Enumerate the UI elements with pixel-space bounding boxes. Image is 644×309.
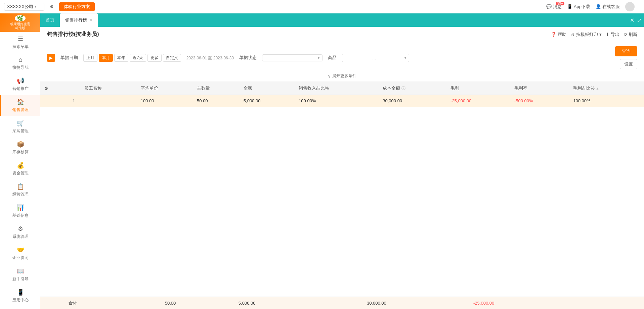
sidebar-item-app-center[interactable]: 📱 应用中心 xyxy=(0,285,40,306)
sidebar-label-quick-nav: 快捷导航 xyxy=(12,65,29,70)
profit-pct-sort-icon: ▲ xyxy=(596,87,599,90)
message-button[interactable]: 💬 消息 99+ xyxy=(546,4,562,10)
app-icon: 📱 xyxy=(567,4,572,9)
col-qty: 主数量 xyxy=(193,82,240,95)
enterprise-icon: 🤝 xyxy=(17,246,24,254)
sidebar-item-marketing[interactable]: 📢 营销推广 xyxy=(0,74,40,95)
content-area: 首页 销售排行榜 ✕ ✕ ⤢ 销售排行榜(按业务员) ❓ 帮助 xyxy=(40,13,644,309)
export-icon: ⬇ xyxy=(606,32,609,37)
online-service-button[interactable]: 👤 在线客服 xyxy=(596,4,620,10)
logo-icon: 🌿 xyxy=(15,15,26,21)
date-btn-last-month[interactable]: 上月 xyxy=(83,54,97,62)
export-label: 导出 xyxy=(611,32,619,38)
row-sales-pct: 100.00% xyxy=(295,95,379,107)
app-download-button[interactable]: 📱 App下载 xyxy=(567,4,590,10)
footer-avg-price xyxy=(130,297,161,309)
page-title: 销售排行榜(按业务员) xyxy=(47,31,99,38)
date-btn-more[interactable]: 更多 xyxy=(147,54,162,62)
table-row: 1 100.00 50.00 5,000.00 100.00% 30,000.0… xyxy=(40,95,644,107)
col-rank xyxy=(67,82,80,95)
sidebar-item-quick-nav[interactable]: ⌂ 快捷导航 xyxy=(0,53,40,74)
expand-label: 展开更多条件 xyxy=(332,73,356,79)
filter-right-actions: 查询 设置 xyxy=(615,46,637,69)
sidebar-label-basic-info: 基础信息 xyxy=(12,213,29,218)
guide-icon: 📖 xyxy=(17,267,24,275)
col-settings[interactable]: ⚙ xyxy=(40,82,67,95)
footer-profit: -25,000.00 xyxy=(469,297,582,309)
expand-chevron-icon: ∨ xyxy=(328,74,331,79)
help-icon: ❓ xyxy=(551,32,556,37)
sidebar-item-guide[interactable]: 📖 新手引导 xyxy=(0,264,40,285)
search-order-icon: ☰ xyxy=(18,35,23,43)
date-btn-custom[interactable]: 自定义 xyxy=(163,54,181,62)
sidebar-item-operations[interactable]: 📋 经营管理 xyxy=(0,179,40,201)
page-header: 销售排行榜(按业务员) ❓ 帮助 🖨 按模板打印 ▾ ⬇ 导出 xyxy=(40,27,644,42)
row-cost: 30,000.00 xyxy=(379,95,446,107)
date-btn-this-month[interactable]: 本月 xyxy=(99,54,113,62)
tab-close-all-icon[interactable]: ✕ xyxy=(630,17,634,23)
sidebar-label-guide: 新手引导 xyxy=(12,276,29,282)
settings-button[interactable]: 设置 xyxy=(620,59,637,69)
page-content: 销售排行榜(按业务员) ❓ 帮助 🖨 按模板打印 ▾ ⬇ 导出 xyxy=(40,27,644,309)
sidebar-item-inventory[interactable]: 📦 库存核算 xyxy=(0,137,40,158)
date-btn-7days[interactable]: 近7天 xyxy=(130,54,146,62)
footer-settings-col xyxy=(40,297,51,309)
sidebar-label-marketing: 营销推广 xyxy=(12,86,29,92)
sidebar-item-search-order[interactable]: ☰ 搜索菜单 xyxy=(0,32,40,53)
help-label: 帮助 xyxy=(558,32,566,38)
template-print-label: 按模板打印 xyxy=(576,32,598,38)
company-chevron-icon: ▾ xyxy=(35,5,36,8)
status-select-arrow-icon: ▾ xyxy=(318,56,319,60)
date-btn-this-year[interactable]: 本年 xyxy=(114,54,128,62)
company-selector[interactable]: XXXXXX公司 ▾ xyxy=(4,3,44,11)
trial-button[interactable]: 体验行业方案 xyxy=(59,2,95,11)
sales-icon: 🏠 xyxy=(17,98,24,106)
goods-select[interactable]: ... ▾ xyxy=(342,54,409,62)
sidebar-item-wechat[interactable]: 💬 企业微信 xyxy=(0,306,40,309)
app-center-icon: 📱 xyxy=(17,289,24,296)
gear-icon: ⚙ xyxy=(50,4,54,9)
help-button[interactable]: ❓ 帮助 xyxy=(551,32,566,38)
sidebar-label-inventory: 库存核算 xyxy=(12,149,29,155)
row-amount: 5,000.00 xyxy=(240,95,295,107)
row-employee xyxy=(80,95,136,107)
query-button[interactable]: 查询 xyxy=(615,46,637,56)
sidebar-item-finance[interactable]: 💰 资金管理 xyxy=(0,158,40,179)
table-footer: 合计 50.00 5,000.00 30,000.00 -25,000.00 xyxy=(40,297,644,309)
row-profit-pct: 100.00% xyxy=(569,95,644,107)
status-select[interactable]: ▾ xyxy=(262,54,323,61)
expand-more-row[interactable]: ∨ 展开更多条件 xyxy=(47,72,637,80)
sidebar-label-purchase: 采购管理 xyxy=(12,128,29,134)
filter-row-main: ▶ 单据日期 上月 本月 本年 近7天 更多 自定义 2023-06-01 至 … xyxy=(47,46,637,69)
cost-info-icon[interactable]: ⓘ xyxy=(401,86,405,91)
col-cost: 成本全额 ⓘ xyxy=(379,82,446,95)
sidebar-item-basic-info[interactable]: 📊 基础信息 xyxy=(0,201,40,222)
app-download-label: App下载 xyxy=(574,4,590,10)
col-profit-pct[interactable]: 毛利占比% ▲ xyxy=(569,82,644,95)
tab-sales-rank[interactable]: 销售排行榜 ✕ xyxy=(60,13,98,27)
refresh-button[interactable]: ↺ 刷新 xyxy=(624,32,637,38)
quick-nav-icon: ⌂ xyxy=(19,56,23,63)
date-filter-label: 单据日期 xyxy=(60,55,78,61)
tab-expand-icon[interactable]: ⤢ xyxy=(637,17,641,23)
top-bar: XXXXXX公司 ▾ ⚙ 体验行业方案 💬 消息 99+ 📱 App下载 👤 在… xyxy=(0,0,644,13)
row-settings-col xyxy=(40,95,67,107)
footer-cost: 30,000.00 xyxy=(363,297,469,309)
finance-icon: 💰 xyxy=(17,162,24,169)
topbar-settings-button[interactable]: ⚙ xyxy=(47,2,56,11)
col-employee: 员工名称 xyxy=(80,82,136,95)
sidebar-item-system[interactable]: ⚙ 系统管理 xyxy=(0,222,40,243)
footer-profit-rate xyxy=(582,297,613,309)
ellipsis-btn[interactable]: ... xyxy=(372,55,376,60)
sidebar-item-sales[interactable]: 🏠 销售管理 xyxy=(0,95,40,116)
tab-home[interactable]: 首页 xyxy=(40,13,60,27)
sidebar-item-enterprise[interactable]: 🤝 企业协同 xyxy=(0,243,40,264)
export-button[interactable]: ⬇ 导出 xyxy=(606,32,619,38)
template-print-button[interactable]: 🖨 按模板打印 ▾ xyxy=(570,32,602,38)
avatar[interactable] xyxy=(625,2,635,11)
sidebar-item-purchase[interactable]: 🛒 采购管理 xyxy=(0,116,40,137)
filter-toggle-button[interactable]: ▶ xyxy=(47,54,55,62)
row-avg-price: 100.00 xyxy=(137,95,193,107)
sidebar-label-system: 系统管理 xyxy=(12,234,29,240)
tab-close-icon[interactable]: ✕ xyxy=(89,18,92,22)
